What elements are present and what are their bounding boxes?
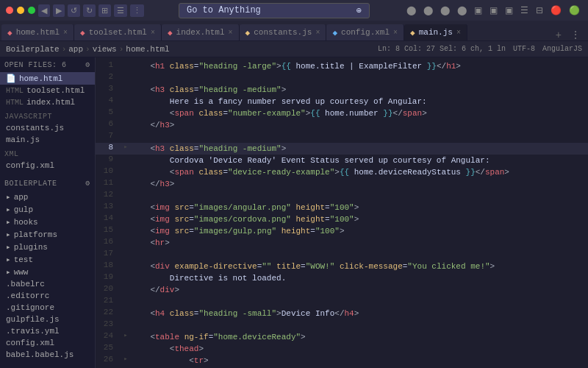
folder-label-gulp: gulp <box>14 205 33 214</box>
tab-close-config[interactable]: × <box>393 29 398 37</box>
tab-close-constants[interactable]: × <box>315 29 320 37</box>
command-palette[interactable]: Go to Anything ⊕ <box>179 3 370 18</box>
sidebar-file-gitignore[interactable]: .gitignore <box>0 302 95 314</box>
tab-close-index[interactable]: × <box>229 29 233 37</box>
sidebar-folder-gulp[interactable]: ▸ gulp <box>0 203 95 216</box>
sidebar-folder-platforms[interactable]: ▸ platforms <box>0 228 95 241</box>
sidebar-settings-icon[interactable]: ⚙ <box>85 60 90 69</box>
tab-menu-button[interactable]: ⋮ <box>569 29 582 40</box>
code-line-16: 16 <hr> <box>96 237 588 249</box>
forward-button[interactable]: ▶ <box>53 4 65 17</box>
new-tab-button[interactable]: + <box>551 29 566 40</box>
window-btn-8[interactable]: ☰ <box>518 4 531 16</box>
tab-label-main: main.js <box>419 28 453 37</box>
tab-config-xml[interactable]: ◆ config.xml × <box>326 24 404 40</box>
nav-button-6[interactable]: ☰ <box>114 4 127 17</box>
title-bar-center: Go to Anything ⊕ <box>144 3 404 18</box>
tab-close-main[interactable]: × <box>456 29 461 37</box>
sidebar-file-configxml[interactable]: config.xml <box>0 337 95 349</box>
folder-icon-test: ▸ <box>6 255 11 264</box>
tab-extra-controls: + ⋮ <box>551 29 588 40</box>
sidebar-file-babelbabel[interactable]: babel.babel.js <box>0 349 95 361</box>
sidebar-file-gulpfile[interactable]: gulpfile.js <box>0 314 95 325</box>
line-num-1: 1 <box>97 60 121 69</box>
line-num-6: 6 <box>97 119 121 128</box>
nav-button-7[interactable]: ⋮ <box>130 4 144 17</box>
tab-main-js[interactable]: ◆ main.js × <box>404 24 467 40</box>
line-content-4: Here is a fancy number served up courtes… <box>131 96 587 107</box>
sidebar-folder-plugins[interactable]: ▸ plugins <box>0 241 95 253</box>
tab-index-html[interactable]: ◆ index.html × <box>162 24 240 40</box>
back-button[interactable]: ◀ <box>38 4 50 17</box>
status-right: Ln: 8 Col: 27 Sel: 6 ch, 1 ln UTF-8 Angu… <box>378 45 582 53</box>
folder-icon-plugins: ▸ <box>6 242 11 252</box>
sidebar-file-main[interactable]: main.js <box>0 134 95 146</box>
line-content-12 <box>131 190 587 202</box>
line-num-16: 16 <box>97 237 121 246</box>
window-btn-6[interactable]: ▣ <box>487 4 500 16</box>
sidebar-file-home[interactable]: 📄 home.html <box>0 72 95 85</box>
sidebar-file-editorrc[interactable]: .editorrc <box>0 290 95 302</box>
tab-home-html[interactable]: ◆ home.html × <box>1 24 74 40</box>
editor-content[interactable]: 1 <h1 class="heading -large">{{ home.tit… <box>96 57 588 368</box>
window-btn-5[interactable]: ▣ <box>472 4 484 16</box>
maximize-button[interactable] <box>28 7 35 14</box>
folder-label-app: app <box>14 193 29 202</box>
line-content-11: </h3> <box>131 178 587 190</box>
window-btn-3[interactable]: ⬤ <box>438 4 452 16</box>
minimize-button[interactable] <box>17 7 24 14</box>
window-btn-11[interactable]: 🟢 <box>567 4 582 16</box>
code-line-10: 10 <span class="device-ready-example">{{… <box>96 166 588 178</box>
window-btn-1[interactable]: ⬤ <box>404 4 418 16</box>
line-gutter-24[interactable]: ▸ <box>121 331 131 339</box>
nav-button-5[interactable]: ⊞ <box>98 4 111 17</box>
sidebar-file-toolset[interactable]: HTML toolset.html <box>0 85 95 96</box>
tab-icon-constants: ◆ <box>245 28 251 38</box>
boilerplate-settings-icon[interactable]: ⚙ <box>85 179 90 188</box>
line-gutter-8[interactable]: ▸ <box>121 143 131 151</box>
breadcrumb-file: home.html <box>126 45 169 54</box>
sidebar-file-constants[interactable]: constants.js <box>0 122 95 134</box>
sidebar-folder-hooks[interactable]: ▸ hooks <box>0 216 95 228</box>
line-num-20: 20 <box>97 284 121 293</box>
code-line-25: 25 <thead> <box>96 343 588 355</box>
window-btn-10[interactable]: 🔴 <box>548 4 564 16</box>
window-btn-7[interactable]: ▣ <box>503 4 515 16</box>
main-layout: Open Files: 6 ⚙ 📄 home.html HTML toolset… <box>0 57 588 368</box>
folder-label-plugins: plugins <box>14 243 48 252</box>
sidebar-file-config[interactable]: config.xml <box>0 160 95 171</box>
line-content-3: <h3 class="heading -medium"> <box>131 84 587 96</box>
sidebar-folder-test[interactable]: ▸ test <box>0 253 95 266</box>
sidebar-file-babelrc[interactable]: .babelrc <box>0 278 95 290</box>
line-gutter-26[interactable]: ▸ <box>121 355 131 363</box>
nav-button-4[interactable]: ↻ <box>83 4 96 17</box>
tab-toolset-html[interactable]: ◆ toolset.html × <box>74 24 162 40</box>
nav-button-3[interactable]: ↺ <box>68 4 80 17</box>
close-button[interactable] <box>6 7 13 14</box>
line-content-15: <img src="images/gulp.png" height="100"> <box>131 225 587 237</box>
sidebar-file-travis[interactable]: .travis.yml <box>0 325 95 337</box>
tab-close-home[interactable]: × <box>63 29 68 37</box>
sidebar-folder-www[interactable]: ▸ www <box>0 266 95 278</box>
cursor-position: Ln: 8 Col: 27 Sel: 6 ch, 1 ln <box>378 45 506 53</box>
line-content-19: Directive is not loaded. <box>131 272 587 284</box>
code-line-15: 15 <img src="images/gulp.png" height="10… <box>96 225 588 237</box>
sidebar-file-editorrc-label: .editorrc <box>6 291 49 300</box>
window-btn-9[interactable]: ⊟ <box>534 4 545 16</box>
tab-constants-js[interactable]: ◆ constants.js × <box>240 24 327 40</box>
code-line-8: 8 ▸ <h3 class="heading -medium"> <box>96 143 588 155</box>
line-num-26: 26 <box>97 355 121 364</box>
sidebar-folder-app[interactable]: ▸ app <box>0 191 95 203</box>
folder-icon-www: ▸ <box>6 267 11 277</box>
tab-close-toolset[interactable]: × <box>151 29 155 37</box>
window-btn-2[interactable]: ⬤ <box>421 4 435 16</box>
line-content-14: <img src="images/cordova.png" height="10… <box>131 213 587 225</box>
file-icon-home: 📄 <box>6 74 16 83</box>
sidebar-xml-group: XML <box>0 146 95 160</box>
sidebar-file-index[interactable]: HTML index.html <box>0 96 95 108</box>
window-btn-4[interactable]: ⬤ <box>455 4 469 16</box>
code-line-26: 26 ▸ <tr> <box>96 355 588 367</box>
code-line-17: 17 <box>96 249 588 261</box>
line-content-18: <div example-directive="" title="WOW!" c… <box>131 261 587 272</box>
line-num-12: 12 <box>97 190 121 199</box>
